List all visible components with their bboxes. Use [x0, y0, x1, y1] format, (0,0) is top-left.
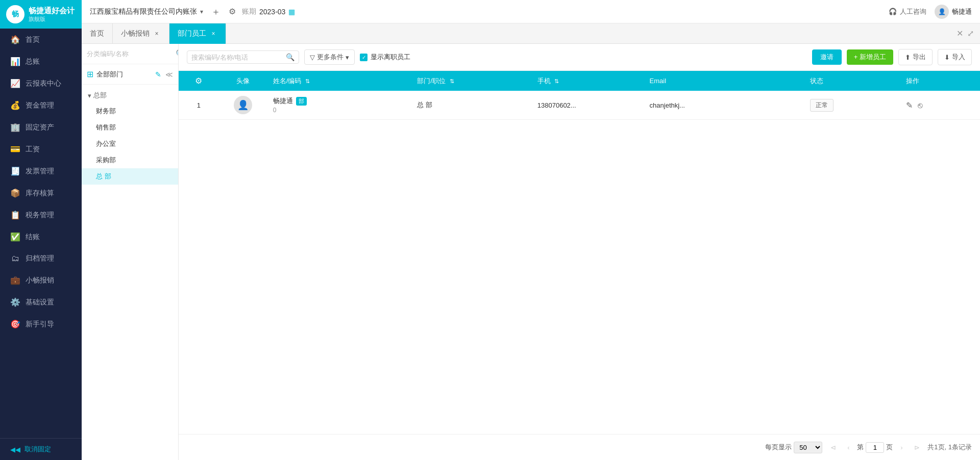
row-status: 正常 — [804, 91, 900, 120]
sidebar-item-固定资产[interactable]: 🏢固定资产 — [0, 116, 82, 138]
service-button[interactable]: 🎧 人工咨询 — [889, 7, 926, 16]
sidebar-navigation: 🏠首页📊总账📈云报表中心💰资金管理🏢固定资产💳工资🧾发票管理📦库存核算📋税务管理… — [0, 29, 82, 438]
show-resigned-checkbox[interactable]: ✓ — [360, 54, 368, 61]
topbar-right: 🎧 人工咨询 👤 畅捷通 — [889, 5, 972, 19]
nav-label: 库存核算 — [26, 189, 54, 198]
table-col-name[interactable]: 姓名/编码 ⇅ — [267, 71, 411, 91]
user-name: 畅捷通 — [952, 7, 972, 16]
row-avatar: 👤 — [219, 91, 267, 120]
user-menu[interactable]: 👤 畅捷通 — [935, 5, 972, 19]
nav-label: 结账 — [26, 233, 40, 242]
sidebar-item-基础设置[interactable]: ⚙️基础设置 — [0, 291, 82, 313]
row-email: chanjethkj... — [644, 91, 804, 120]
dept-root-label: 全部部门 — [96, 70, 123, 79]
sidebar-item-总账[interactable]: 📊总账 — [0, 50, 82, 72]
nav-icon: ✅ — [10, 232, 20, 242]
tab-部门员工[interactable]: 部门员工× — [169, 23, 226, 44]
dept-panel: 🔍 ⊞ 全部部门 ✎ ≪ ▾总部财务部销售部办公室采购部总 部 — [82, 44, 179, 460]
period-selector[interactable]: 账期 2023-03 ▦ — [242, 7, 295, 16]
sidebar-item-归档管理[interactable]: 🗂归档管理 — [0, 248, 82, 269]
tab-label: 小畅报销 — [121, 29, 150, 38]
nav-icon: 📈 — [10, 79, 20, 88]
toolbar-actions: 邀请 + 新增员工 ⬆ 导出 ⬇ 导入 — [812, 49, 972, 65]
tab-首页[interactable]: 首页 — [82, 23, 113, 44]
nav-icon: ⚙️ — [10, 297, 20, 307]
per-page-select[interactable]: 50 20 100 — [794, 442, 822, 453]
settings-button[interactable]: ⚙ — [229, 7, 236, 16]
dept-tree-item[interactable]: 总 部 — [82, 168, 178, 185]
sidebar-item-工资[interactable]: 💳工资 — [0, 138, 82, 160]
employee-code: 0 — [273, 107, 405, 114]
expand-tab-button[interactable]: ⤢ — [967, 29, 974, 38]
table-col-dept[interactable]: 部门/职位 ⇅ — [411, 71, 531, 91]
next-page-button[interactable]: › — [895, 441, 908, 454]
dept-tree-item[interactable]: 财务部 — [82, 103, 178, 119]
sidebar-item-税务管理[interactable]: 📋税务管理 — [0, 204, 82, 226]
page-goto-label: 第 — [857, 443, 864, 452]
app-logo[interactable]: 畅 畅捷通好会计 旗舰版 — [0, 0, 82, 29]
dept-collapse-button[interactable]: ≪ — [165, 70, 173, 79]
dept-expand-icon: ▾ — [88, 92, 91, 99]
headset-icon: 🎧 — [889, 8, 897, 15]
employee-search-input[interactable] — [191, 54, 286, 61]
dept-item-label: 办公室 — [96, 140, 116, 147]
prev-page-button[interactable]: ‹ — [842, 441, 855, 454]
sidebar-item-首页[interactable]: 🏠首页 — [0, 29, 82, 50]
tab-close-icon[interactable]: × — [209, 30, 217, 38]
table-col-settings: ⚙ — [179, 71, 219, 91]
tab-close-icon[interactable]: × — [153, 30, 161, 38]
period-label: 账期 — [242, 7, 256, 16]
invite-button[interactable]: 邀请 — [812, 49, 842, 65]
nav-icon: 🏢 — [10, 122, 20, 132]
dept-item-label: 财务部 — [96, 107, 116, 115]
calendar-icon[interactable]: ▦ — [288, 8, 295, 16]
export-button[interactable]: ⬆ 导出 — [898, 49, 933, 65]
sidebar-item-库存核算[interactable]: 📦库存核算 — [0, 182, 82, 204]
close-tab-button[interactable]: ✕ — [957, 29, 963, 38]
row-dept: 总 部 — [411, 91, 531, 120]
table-col-phone[interactable]: 手机 ⇅ — [531, 71, 644, 91]
employee-toolbar: 🔍 ▽ 更多条件 ▾ ✓ 显示离职员工 邀请 + 新增员工 — [179, 44, 980, 71]
edit-button[interactable]: ✎ — [906, 101, 913, 110]
dept-tree-item[interactable]: 销售部 — [82, 119, 178, 136]
tab-小畅报销[interactable]: 小畅报销× — [113, 23, 169, 44]
first-page-button[interactable]: ⊲ — [826, 441, 840, 454]
dept-edit-button[interactable]: ✎ — [155, 70, 161, 79]
service-label: 人工咨询 — [900, 7, 926, 16]
nav-icon: 💼 — [10, 275, 20, 285]
sidebar-item-小畅报销[interactable]: 💼小畅报销 — [0, 269, 82, 291]
row-actions: ✎ ⎋ — [900, 91, 980, 120]
sidebar-item-新手引导[interactable]: 🎯新手引导 — [0, 313, 82, 335]
table-col-status: 状态 — [804, 71, 900, 91]
company-selector[interactable]: 江西服宝精品有限责任公司内账张 ▾ — [90, 7, 203, 16]
sidebar-item-结账[interactable]: ✅结账 — [0, 226, 82, 248]
page-number-input[interactable] — [866, 442, 884, 453]
dept-tree-item[interactable]: ▾总部 — [82, 88, 178, 103]
dept-search-input[interactable] — [87, 50, 173, 58]
nav-label: 基础设置 — [26, 298, 54, 307]
filter-label: 更多条件 — [317, 53, 344, 62]
filter-button[interactable]: ▽ 更多条件 ▾ — [304, 49, 355, 65]
app-name: 畅捷通好会计 — [29, 6, 75, 15]
sidebar-pin-toggle[interactable]: ◀◀ 取消固定 — [0, 438, 82, 460]
add-employee-button[interactable]: + 新增员工 — [847, 49, 893, 65]
export-icon: ⬆ — [905, 54, 911, 61]
sidebar-item-发票管理[interactable]: 🧾发票管理 — [0, 160, 82, 182]
dept-tree-item[interactable]: 办公室 — [82, 136, 178, 152]
sidebar-item-云报表中心[interactable]: 📈云报表中心 — [0, 72, 82, 94]
sidebar-item-资金管理[interactable]: 💰资金管理 — [0, 94, 82, 116]
last-page-button[interactable]: ⊳ — [910, 441, 923, 454]
logout-button[interactable]: ⎋ — [918, 101, 923, 110]
nav-icon: 📦 — [10, 188, 20, 198]
show-resigned-toggle[interactable]: ✓ 显示离职员工 — [360, 53, 410, 62]
table-header-row: ⚙ 头像 姓名/编码 ⇅ 部门/职位 ⇅ 手机 ⇅ — [179, 71, 980, 91]
per-page-label: 每页显示 — [765, 443, 792, 452]
chevron-down-icon: ▾ — [346, 54, 349, 61]
sidebar: 畅 畅捷通好会计 旗舰版 🏠首页📊总账📈云报表中心💰资金管理🏢固定资产💳工资🧾发… — [0, 0, 82, 460]
add-tab-button[interactable]: ＋ — [209, 6, 223, 18]
dept-tree-item[interactable]: 采购部 — [82, 152, 178, 168]
import-button[interactable]: ⬇ 导入 — [938, 49, 972, 65]
nav-label: 资金管理 — [26, 101, 54, 110]
search-icon[interactable]: 🔍 — [286, 53, 295, 61]
table-settings-icon[interactable]: ⚙ — [195, 76, 202, 85]
